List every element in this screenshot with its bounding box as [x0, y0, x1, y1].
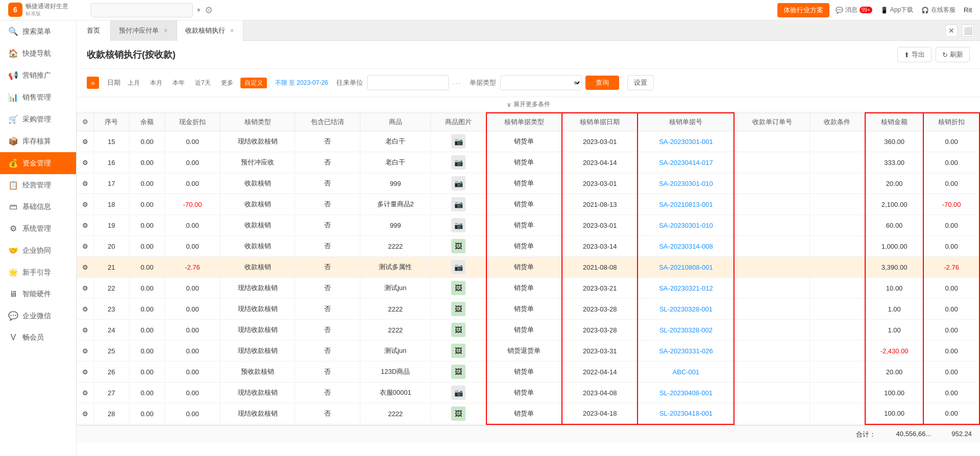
date-custom-btn[interactable]: 自定义 [240, 78, 267, 88]
bill-no-link[interactable]: SA-20230301-010 [659, 180, 713, 187]
tab-prepay[interactable]: 预付冲应付单 × [111, 20, 177, 41]
sidebar-item-wechat[interactable]: 💬 企业微信 [0, 305, 76, 327]
sidebar-item-quick-nav[interactable]: 🏠 快捷导航 [0, 42, 76, 64]
col-settings[interactable]: ⚙ [77, 113, 94, 131]
row-settings-icon[interactable]: ⚙ [82, 138, 88, 146]
row-settings-icon[interactable]: ⚙ [82, 222, 88, 229]
row-settings-icon[interactable]: ⚙ [82, 410, 88, 418]
online-service-btn[interactable]: 🎧 在线客服 [921, 6, 955, 14]
row-settings-icon[interactable]: ⚙ [82, 284, 88, 292]
row-settings-icon[interactable]: ⚙ [82, 305, 88, 313]
tab-maximize-btn[interactable]: ⬜ [962, 25, 974, 37]
tab-close-btn[interactable]: ✕ [945, 25, 958, 37]
refresh-btn[interactable]: ↻ 刷新 [936, 47, 970, 62]
bill-no-link[interactable]: SL-20230418-001 [659, 410, 713, 417]
sidebar-item-marketing[interactable]: 📢 营销推广 [0, 64, 76, 86]
row-settings[interactable]: ⚙ [77, 382, 94, 403]
bill-no-link[interactable]: SA-20210813-001 [659, 201, 713, 208]
row-settings[interactable]: ⚙ [77, 236, 94, 257]
row-settings-icon[interactable]: ⚙ [82, 347, 88, 355]
date-this-month[interactable]: 本月 [147, 78, 165, 88]
sidebar-item-search[interactable]: 🔍 搜索菜单 [0, 20, 76, 42]
row-settings-icon[interactable]: ⚙ [82, 180, 88, 187]
row-settings-icon[interactable]: ⚙ [82, 243, 88, 250]
tab-writeoff-close[interactable]: × [229, 26, 235, 35]
bill-no-link[interactable]: SA-20230331-026 [659, 347, 713, 355]
col-no: 序号 [94, 113, 130, 131]
row-receipt-condition [810, 362, 865, 382]
sidebar-item-sales[interactable]: 📊 销售管理 [0, 86, 76, 108]
bill-no-link[interactable]: SL-20230328-001 [659, 305, 713, 313]
sidebar-item-guide[interactable]: 🌟 新手引导 [0, 261, 76, 283]
app-download-btn[interactable]: 📱 App下载 [880, 6, 913, 14]
row-settings[interactable]: ⚙ [77, 320, 94, 341]
bill-no-link[interactable]: SA-20230301-001 [659, 138, 713, 146]
export-btn[interactable]: ⬆ 导出 [897, 47, 932, 62]
date-this-year[interactable]: 本年 [169, 78, 188, 88]
filter-settings-btn[interactable]: 设置 [627, 75, 654, 90]
date-more[interactable]: 更多 [218, 78, 236, 88]
partner-input[interactable] [367, 75, 449, 90]
query-btn[interactable]: 查询 [585, 76, 619, 90]
row-no: 19 [94, 215, 130, 236]
date-7days[interactable]: 近7天 [192, 78, 214, 88]
bill-no-link[interactable]: SA-20230314-008 [659, 243, 713, 250]
row-settings[interactable]: ⚙ [77, 152, 94, 173]
row-settings[interactable]: ⚙ [77, 131, 94, 152]
sidebar-label: 库存核算 [22, 137, 51, 146]
tab-home[interactable]: 首页 [77, 20, 111, 41]
bill-no-link[interactable]: SA-20210808-001 [659, 263, 713, 271]
row-settings[interactable]: ⚙ [77, 173, 94, 194]
row-receipt-condition [810, 152, 865, 173]
row-settings[interactable]: ⚙ [77, 215, 94, 236]
bill-no-link[interactable]: SL-20230408-001 [659, 389, 713, 397]
row-settings[interactable]: ⚙ [77, 257, 94, 278]
tab-prepay-close[interactable]: × [163, 26, 168, 35]
settings-icon[interactable]: ⚙ [205, 5, 213, 16]
sidebar-item-vip[interactable]: V 畅会员 [0, 327, 76, 348]
row-goods-img: 📷 [431, 194, 486, 215]
row-writeoff-amount: 2,100.00 [865, 194, 923, 215]
row-settings-icon[interactable]: ⚙ [82, 389, 88, 397]
sidebar-label: 采购管理 [22, 115, 51, 124]
row-goods: 测试jun [360, 341, 431, 362]
sidebar-item-purchase[interactable]: 🛒 采购管理 [0, 108, 76, 130]
industry-btn[interactable]: 体验行业方案 [777, 3, 829, 17]
partner-dots[interactable]: ··· [453, 79, 461, 87]
sidebar-item-inventory[interactable]: 📦 库存核算 [0, 130, 76, 152]
col-balance: 余额 [129, 113, 165, 131]
row-settings-icon[interactable]: ⚙ [82, 326, 88, 334]
expand-more-label: 展开更多条件 [513, 100, 550, 109]
sidebar-item-hardware[interactable]: 🖥 智能硬件 [0, 283, 76, 305]
row-settings[interactable]: ⚙ [77, 362, 94, 382]
sidebar-item-basic[interactable]: 🗃 基础信息 [0, 196, 76, 218]
bill-no-link[interactable]: SA-20230414-017 [659, 159, 713, 166]
search-dropdown-icon[interactable]: ▾ [197, 6, 201, 14]
bill-no-link[interactable]: SL-20230328-002 [659, 326, 713, 334]
message-btn[interactable]: 💬 消息 99+ [836, 6, 872, 14]
bill-no-link[interactable]: SA-20230321-012 [659, 284, 713, 292]
sidebar-item-system[interactable]: ⚙ 系统管理 [0, 218, 76, 239]
row-settings-icon[interactable]: ⚙ [82, 201, 88, 208]
row-settings[interactable]: ⚙ [77, 403, 94, 424]
row-settings[interactable]: ⚙ [77, 341, 94, 362]
bill-type-select[interactable] [500, 75, 582, 90]
row-settings-icon[interactable]: ⚙ [82, 368, 88, 376]
row-settings[interactable]: ⚙ [77, 299, 94, 320]
tab-writeoff[interactable]: 收款核销执行 × [177, 20, 243, 41]
row-receipt-condition [810, 403, 865, 424]
row-settings[interactable]: ⚙ [77, 194, 94, 215]
expand-more-btn[interactable]: ∨ 展开更多条件 [507, 100, 550, 109]
date-last-month[interactable]: 上月 [125, 78, 143, 88]
sidebar-item-business[interactable]: 📋 经营管理 [0, 174, 76, 196]
row-settings-icon[interactable]: ⚙ [82, 159, 88, 166]
row-writeoff-discount: 0.00 [923, 131, 979, 152]
sidebar-item-finance[interactable]: 💰 资金管理 [0, 152, 76, 174]
sidebar-item-collab[interactable]: 🤝 企业协同 [0, 239, 76, 261]
bill-no-link[interactable]: SA-20230301-010 [659, 222, 713, 229]
row-settings-icon[interactable]: ⚙ [82, 263, 88, 271]
filter-toggle-btn[interactable]: » [87, 77, 99, 89]
bill-no-link[interactable]: ABC-001 [673, 368, 700, 376]
row-settings[interactable]: ⚙ [77, 278, 94, 299]
top-search-input[interactable] [91, 3, 193, 17]
